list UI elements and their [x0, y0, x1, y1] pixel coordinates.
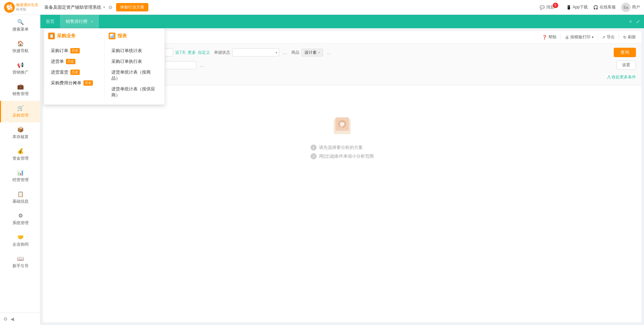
- search-icon: 🔍: [17, 19, 24, 25]
- system-title-text: 装备及固定资产辅助管理系统: [44, 4, 101, 10]
- dropdown-item-purchase-expense[interactable]: 采购费用分摊单 历史: [48, 78, 100, 88]
- sidebar-label-search: 搜索菜单: [12, 27, 29, 32]
- avatar: Ea: [621, 3, 631, 12]
- sidebar-item-sales[interactable]: 💼 销售管理: [0, 79, 40, 101]
- user-label: 用户: [632, 4, 640, 10]
- sidebar-label-basics: 基础信息: [12, 199, 29, 204]
- print-icon: 🖨: [565, 35, 569, 40]
- top-bar: 畅 畅捷通好生意 标准版 装备及固定资产辅助管理系统 ▾ ⚙ 体验行业方案 💬 …: [0, 0, 644, 15]
- dropdown-item-report-order-exec[interactable]: 采购订单执行表: [109, 56, 161, 67]
- svg-point-4: [341, 125, 343, 127]
- system-icon: ⚙: [18, 212, 23, 219]
- print-arrow-icon: ▾: [592, 35, 594, 39]
- logo-sub: 标准版: [16, 7, 38, 12]
- marketing-icon: 📢: [17, 62, 24, 68]
- sidebar-item-enterprise[interactable]: 🤝 企业协同: [0, 230, 40, 251]
- settings-icon[interactable]: ⚙: [108, 5, 113, 10]
- sidebar-item-search[interactable]: 🔍 搜索菜单: [0, 15, 40, 36]
- sidebar-item-basics[interactable]: 📋 基础信息: [0, 187, 40, 208]
- sidebar-label-finance: 资金管理: [12, 156, 29, 161]
- basics-icon: 📋: [17, 191, 24, 197]
- logo-area: 畅 畅捷通好生意 标准版: [4, 2, 41, 13]
- dropdown-item-purchase-receipt[interactable]: 进货单 历史: [48, 56, 100, 67]
- sidebar: 🔍 搜索菜单 🏠 快捷导航 📢 营销推广 💼 销售管理 🛒 采购管理 📦 库存核…: [0, 15, 40, 325]
- query-btn[interactable]: 查询: [614, 48, 636, 57]
- sidebar-label-purchase: 采购管理: [12, 113, 29, 118]
- logo-icon: 畅: [4, 2, 15, 13]
- salesperson-more-dots[interactable]: ...: [200, 63, 204, 68]
- sidebar-item-purchase[interactable]: 🛒 采购管理: [0, 101, 40, 122]
- date-custom-btn[interactable]: 自定义: [198, 50, 210, 55]
- empty-illustration: [329, 112, 356, 139]
- sidebar-item-quicknav[interactable]: 🏠 快捷导航: [0, 36, 40, 58]
- date-more-btn[interactable]: 更多: [188, 50, 196, 55]
- history-tag-1: 历史: [70, 48, 80, 53]
- dropdown-item-report-order-stat[interactable]: 采购订单统计表: [109, 45, 161, 56]
- sidebar-label-sales: 销售管理: [12, 91, 29, 97]
- refresh-icon: ↻: [623, 35, 627, 40]
- filter-goods: 商品 设计素 × …: [291, 49, 331, 56]
- industry-btn[interactable]: 体验行业方案: [116, 3, 148, 11]
- empty-tips: 1 请先选择要分析的方案 2 用[过滤]条件来缩小分析范围: [311, 143, 374, 161]
- sidebar-item-marketing[interactable]: 📢 营销推广: [0, 58, 40, 79]
- dropdown-item-report-receipt-supplier[interactable]: 进货单统计表（按供应商）: [109, 84, 161, 100]
- home-icon: 🏠: [17, 40, 24, 47]
- date-quick-7days[interactable]: 近7天: [175, 50, 186, 55]
- help-btn[interactable]: ❓ 帮助: [542, 34, 557, 40]
- tab-sales-ranking[interactable]: 销售排行榜 ×: [60, 15, 99, 28]
- tab-close-icon[interactable]: ×: [91, 19, 93, 24]
- user-item[interactable]: Ea 用户: [621, 3, 640, 12]
- guide-icon: 📖: [17, 255, 24, 262]
- dropdown-item-purchase-order[interactable]: 采购订单 历史: [48, 45, 100, 56]
- print-template-btn[interactable]: 🖨 按模板打印 ▾: [565, 34, 594, 40]
- sidebar-label-enterprise: 企业协同: [12, 242, 29, 247]
- goods-tag-close[interactable]: ×: [318, 50, 320, 54]
- export-btn[interactable]: ↗ 导出: [602, 34, 615, 40]
- svg-rect-3: [340, 122, 344, 126]
- setting-btn[interactable]: 设置: [616, 60, 636, 70]
- tab-close-btn[interactable]: ×: [628, 17, 633, 26]
- headset-icon: 🎧: [593, 5, 598, 10]
- online-service-item[interactable]: 🎧 在线客服: [593, 4, 616, 10]
- sidebar-item-system[interactable]: ⚙ 系统管理: [0, 208, 40, 230]
- sidebar-item-guide[interactable]: 📖 新手引导: [0, 251, 40, 273]
- tab-home-label: 首页: [46, 18, 55, 25]
- app-download-item[interactable]: 📱 App下载: [566, 4, 588, 10]
- tab-expand-btn[interactable]: ⤢: [635, 17, 641, 26]
- app-download-label: App下载: [573, 4, 588, 10]
- online-service-label: 在线客服: [600, 4, 616, 10]
- dropdown-item-report-receipt-goods[interactable]: 进货单统计表（按商品）: [109, 67, 161, 84]
- phone-icon: 📱: [566, 5, 571, 10]
- message-icon: 💬: [540, 5, 545, 10]
- filter-status: 单据状态 …: [214, 48, 287, 56]
- message-item[interactable]: 💬 消息 9: [540, 4, 561, 10]
- tab-bar: 首页 销售排行榜 × × ⤢: [40, 15, 644, 28]
- sidebar-item-finance[interactable]: 💰 资金管理: [0, 144, 40, 165]
- tab-actions: × ⤢: [628, 15, 644, 28]
- collapse-btn[interactable]: ⋀ 收起更多条件: [607, 74, 636, 80]
- status-select-wrap: [232, 48, 279, 56]
- dropdown-item-purchase-return[interactable]: 进货退货 历史: [48, 67, 100, 78]
- sidebar-bottom: ⚙ ◀: [0, 313, 40, 325]
- report-col-icon: 📊: [109, 33, 115, 39]
- refresh-btn[interactable]: ↻ 刷新: [623, 34, 636, 40]
- history-tag-3: 历史: [70, 70, 80, 75]
- status-label: 单据状态: [214, 50, 230, 55]
- status-more-dots[interactable]: …: [283, 50, 287, 55]
- sidebar-settings-icon[interactable]: ⚙: [3, 316, 8, 322]
- tab-home[interactable]: 首页: [40, 15, 60, 28]
- help-icon: ❓: [542, 35, 547, 40]
- sidebar-collapse-icon[interactable]: ◀: [10, 316, 14, 322]
- sidebar-item-operations[interactable]: 📊 经营管理: [0, 165, 40, 187]
- goods-more-dots[interactable]: …: [326, 50, 331, 55]
- operations-icon: 📊: [17, 169, 24, 176]
- sidebar-item-inventory[interactable]: 📦 库存核算: [0, 122, 40, 144]
- goods-label: 商品: [291, 50, 299, 55]
- enterprise-icon: 🤝: [17, 234, 24, 240]
- status-select[interactable]: [232, 48, 279, 56]
- report-col-header: 📊 报表: [109, 33, 161, 41]
- dropdown-arrow-icon[interactable]: ▾: [103, 5, 105, 9]
- purchase-col-icon: 📋: [48, 33, 55, 39]
- sidebar-label-marketing: 营销推广: [12, 70, 29, 75]
- message-badge: 9: [553, 3, 558, 8]
